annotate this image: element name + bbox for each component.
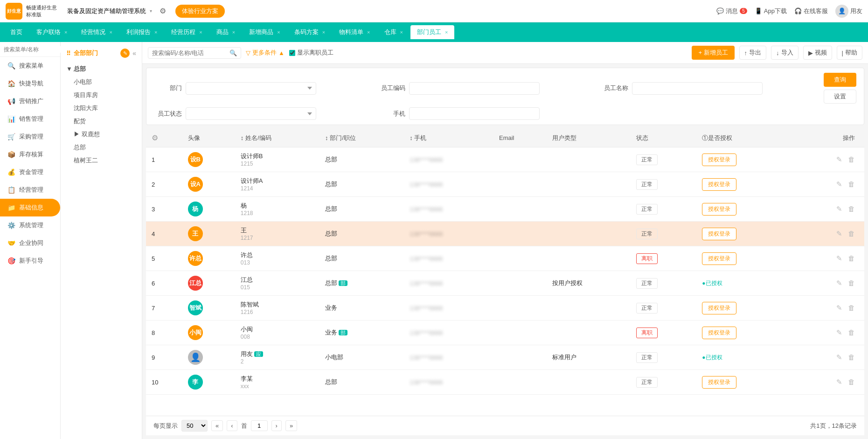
cell-auth[interactable]: 授权登录 (696, 172, 789, 197)
sidebar-item-marketing[interactable]: 📢营销推广 (0, 92, 60, 110)
cell-auth[interactable]: 授权登录 (696, 296, 789, 321)
delete-btn[interactable]: 🗑 (848, 304, 855, 312)
delete-btn[interactable]: 🗑 (848, 378, 855, 386)
dept-item-zswe[interactable]: 植树王二 (61, 154, 142, 167)
dept-item-slx[interactable]: ▶ 双鹿想 (61, 128, 142, 141)
col-dept[interactable]: ↕ 部门/职位 (319, 129, 404, 147)
auth-btn[interactable]: 授权登录 (702, 178, 736, 191)
cell-auth[interactable]: ●已授权 (696, 345, 789, 370)
auth-btn[interactable]: 授权登录 (702, 302, 736, 314)
filter-phone-input[interactable] (409, 107, 540, 120)
message-btn[interactable]: 💬 消息 5 (716, 7, 747, 15)
auth-btn[interactable]: 授权登录 (702, 252, 736, 265)
delete-btn[interactable]: 🗑 (848, 254, 855, 262)
first-page-btn[interactable]: « (211, 420, 223, 431)
sidebar-item-basic[interactable]: 📁基础信息 (0, 199, 60, 216)
auth-btn[interactable]: 授权登录 (702, 327, 736, 339)
help-button[interactable]: | 帮助 (837, 46, 862, 60)
page-input[interactable] (251, 420, 268, 431)
search-input[interactable] (152, 49, 227, 56)
edit-btn[interactable]: ✎ (836, 378, 842, 386)
import-button[interactable]: ↓ 导入 (771, 46, 799, 60)
nav-item-barcode[interactable]: 条码方案 × (288, 25, 332, 39)
per-page-select[interactable]: 50 100 200 (181, 420, 208, 432)
sidebar-item-collab[interactable]: 🤝企业协同 (0, 234, 60, 252)
nav-item-history[interactable]: 经营历程 × (165, 25, 208, 39)
cell-auth[interactable]: 授权登录 (696, 147, 789, 172)
nav-item-operation[interactable]: 经营情况 × (75, 25, 118, 39)
delete-btn[interactable]: 🗑 (848, 328, 855, 336)
dept-item-xdb[interactable]: 小电部 (61, 76, 142, 89)
gear-icon[interactable]: ⚙ (160, 7, 166, 15)
show-resigned-checkbox[interactable]: 显示离职员工 (289, 49, 333, 57)
dropdown-arrow-icon[interactable]: ▾ (150, 8, 152, 14)
cell-auth[interactable]: 授权登录 (696, 370, 789, 395)
more-filter-btn[interactable]: ▽ 更多条件 ▲ (246, 49, 285, 57)
sidebar-item-purchase[interactable]: 🛒采购管理 (0, 128, 60, 146)
sidebar-item-finance[interactable]: 💰资金管理 (0, 163, 60, 181)
query-button[interactable]: 查询 (824, 73, 856, 87)
sidebar-item-nav[interactable]: 🏠快捷导航 (0, 75, 60, 92)
view-button[interactable]: ▶ 视频 (803, 46, 832, 60)
sidebar-item-search[interactable]: 🔍搜索菜单 (0, 57, 60, 75)
cell-auth[interactable]: 授权登录 (696, 321, 789, 345)
filter-dept-select[interactable] (186, 82, 316, 95)
add-employee-button[interactable]: + 新增员工 (692, 46, 734, 60)
dept-group-head[interactable]: ▼ 总部 (61, 63, 142, 76)
delete-btn[interactable]: 🗑 (848, 205, 855, 213)
delete-btn[interactable]: 🗑 (848, 230, 855, 237)
delete-btn[interactable]: 🗑 (848, 279, 855, 287)
auth-btn[interactable]: 授权登录 (702, 376, 736, 389)
cell-auth[interactable]: 授权登录 (696, 246, 789, 271)
sidebar-item-system[interactable]: ⚙️系统管理 (0, 216, 60, 234)
sidebar-item-inventory[interactable]: 📦库存核算 (0, 146, 60, 163)
edit-btn[interactable]: ✎ (836, 254, 842, 262)
last-page-btn[interactable]: » (285, 420, 297, 431)
sidebar-item-management[interactable]: 📋经营管理 (0, 181, 60, 199)
all-dept-label[interactable]: ⠿ 全部部门 (66, 49, 98, 57)
next-page-btn[interactable]: › (271, 420, 282, 431)
edit-btn[interactable]: ✎ (836, 279, 842, 287)
app-download-btn[interactable]: 📱 App下载 (755, 7, 787, 15)
trial-button[interactable]: 体验行业方案 (175, 5, 225, 18)
dept-item-xmkf[interactable]: 项目库房 (61, 89, 142, 102)
nav-item-customer[interactable]: 客户联络 × (30, 25, 74, 39)
edit-btn[interactable]: ✎ (836, 353, 842, 361)
user-btn[interactable]: 👤 用友 (835, 5, 862, 18)
dept-item-ph[interactable]: 配货 (61, 115, 142, 128)
cell-auth[interactable]: 授权登录 (696, 197, 789, 222)
col-gear[interactable]: ⚙ (146, 129, 182, 147)
dept-item-sydl[interactable]: 沈阳大库 (61, 102, 142, 115)
cell-auth[interactable]: ●已授权 (696, 271, 789, 296)
auth-btn[interactable]: 授权登录 (702, 153, 736, 166)
delete-btn[interactable]: 🗑 (848, 353, 855, 361)
filter-emp-name-input[interactable] (632, 82, 763, 95)
online-service-btn[interactable]: 🎧 在线客服 (794, 7, 828, 15)
auth-btn[interactable]: 授权登录 (702, 203, 736, 216)
nav-item-dept[interactable]: 部门员工 × (410, 25, 454, 39)
col-name[interactable]: ↕ 姓名/编码 (235, 129, 319, 147)
delete-btn[interactable]: 🗑 (848, 155, 855, 163)
dept-collapse-btn[interactable]: « (132, 49, 136, 57)
delete-btn[interactable]: 🗑 (848, 180, 855, 188)
edit-btn[interactable]: ✎ (836, 155, 842, 163)
prev-page-btn[interactable]: ‹ (227, 420, 237, 431)
filter-emp-status-select[interactable] (186, 107, 316, 120)
col-phone[interactable]: ↕ 手机 (404, 129, 493, 147)
edit-btn[interactable]: ✎ (836, 328, 842, 336)
edit-btn[interactable]: ✎ (836, 180, 842, 188)
reset-button[interactable]: 设置 (824, 90, 856, 104)
nav-item-goods[interactable]: 商品 × (210, 25, 242, 39)
nav-item-bom[interactable]: 物料清单 × (333, 25, 376, 39)
sidebar-item-guide[interactable]: 🎯新手引导 (0, 252, 60, 270)
edit-btn[interactable]: ✎ (836, 304, 842, 312)
sidebar-item-sales[interactable]: 📊销售管理 (0, 110, 60, 128)
cell-auth[interactable]: 授权登录 (696, 222, 789, 246)
nav-item-add-goods[interactable]: 新增商品 × (243, 25, 286, 39)
dept-item-zb[interactable]: 总部 (61, 141, 142, 154)
filter-emp-code-input[interactable] (409, 82, 540, 95)
nav-item-warehouse[interactable]: 仓库 × (378, 25, 410, 39)
export-button[interactable]: ↑ 导出 (739, 46, 767, 60)
edit-btn[interactable]: ✎ (836, 205, 842, 213)
nav-item-profit[interactable]: 利润报告 × (120, 25, 164, 39)
